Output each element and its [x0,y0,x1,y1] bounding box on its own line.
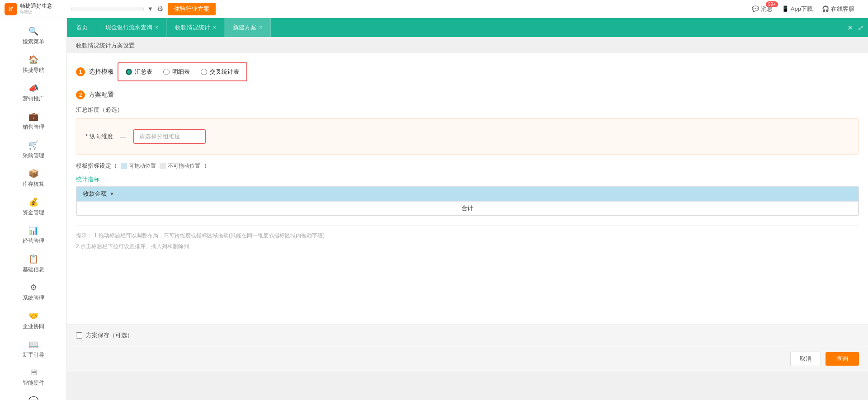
query-button[interactable]: 查询 [826,352,859,366]
tip-line-2: 2.点击标题栏下拉可设置排序、插入列和删除列 [76,241,859,252]
sidebar-item-wechat[interactable]: 💬 企业微信 [0,391,66,400]
tips-prefix: 提示： [76,230,92,241]
message-item[interactable]: 💬 消息 99+ [752,5,773,13]
sidebar-item-hardware[interactable]: 🖥 智能硬件 [0,363,66,391]
sales-icon: 💼 [28,112,38,122]
step2-header: 2 方案配置 [76,90,859,99]
tab-new-plan-close[interactable]: × [259,24,262,31]
sidebar-label-enterprise: 企业协同 [23,323,44,330]
tab-receipt-stats[interactable]: 收款情况统计 × [167,18,225,37]
metrics-header-label: 模板指标设定（ [76,162,117,170]
inventory-icon: 📦 [28,169,38,179]
save-checkbox[interactable] [76,332,82,339]
summary-dimension-label: 汇总维度（必选） [76,106,859,114]
legend-non-drag-color [160,163,166,169]
tab-receipt-stats-label: 收款情况统计 [175,24,210,32]
cancel-button[interactable]: 取消 [790,352,821,366]
metrics-group-label: 统计指标 [76,175,859,184]
metrics-header: 模板指标设定（ 可拖动位置 不可拖动位置 ） [76,162,859,170]
trial-button[interactable]: 体验行业方案 [168,3,216,15]
sidebar-label-guide: 新手引导 [23,351,44,359]
sidebar-label-hardware: 智能硬件 [23,379,44,387]
dimension-placeholder: 请选择分组维度 [139,133,180,140]
legend-draggable: 可拖动位置 [121,162,156,170]
main-layout: 🔍 搜索菜单 🏠 快捷导航 📣 营销推广 💼 销售管理 🛒 采购管理 📦 库存核… [0,18,868,400]
radio-summary-input[interactable] [126,69,132,75]
bottom-bar: 取消 查询 [67,346,868,372]
metrics-section: 模板指标设定（ 可拖动位置 不可拖动位置 ） [76,162,859,216]
wechat-icon: 💬 [28,396,38,400]
sidebar-item-sales[interactable]: 💼 销售管理 [0,107,66,136]
header-dropdown-icon[interactable]: ▼ [147,5,153,12]
sidebar-item-nav[interactable]: 🏠 快捷导航 [0,50,66,79]
finance-icon: 💰 [28,197,38,207]
legend-non-drag-label: 不可拖动位置 [168,162,200,170]
sidebar-label-search: 搜索菜单 [23,38,44,46]
sidebar: 🔍 搜索菜单 🏠 快捷导航 📣 营销推广 💼 销售管理 🛒 采购管理 📦 库存核… [0,18,67,400]
radio-detail[interactable]: 明细表 [163,68,190,76]
sidebar-item-management[interactable]: 📊 经营管理 [0,221,66,249]
tip2-text: 2.点击标题栏下拉可设置排序、插入列和删除列 [76,241,189,252]
template-options: 汇总表 明细表 交叉统计表 [118,62,247,81]
metric-dropdown-icon[interactable]: ▼ [109,191,114,197]
metrics-cell-total: 合计 [76,201,859,216]
sidebar-label-inventory: 库存核算 [23,180,44,188]
tips-section: 提示： 1.拖动标题栏可以调整布局，不可跨维度或指标区域拖动(只能在同一维度或指… [76,225,859,256]
sidebar-item-enterprise[interactable]: 🤝 企业协同 [0,306,66,335]
metric-sub: 合计 [462,205,473,212]
tab-close-window-icon[interactable]: ✕ [847,24,853,32]
header-right: 💬 消息 99+ 📱 App下载 🎧 在线客服 [752,5,863,13]
tab-maximize-icon[interactable]: ⤢ [858,24,863,32]
tab-new-plan-label: 新建方案 [233,24,256,32]
tip-line-1: 提示： 1.拖动标题栏可以调整布局，不可跨维度或指标区域拖动(只能在同一维度或指… [76,230,859,241]
sidebar-label-sales: 销售管理 [23,123,44,131]
page-title-bar: 收款情况统计方案设置 [67,37,868,53]
sidebar-item-guide[interactable]: 📖 新手引导 [0,335,66,363]
tab-cash-flow-label: 现金银行流水查询 [105,24,152,32]
service-item[interactable]: 🎧 在线客服 [822,5,854,13]
enterprise-icon: 🤝 [28,311,38,321]
metric-name: 收款金额 [83,190,107,198]
tab-receipt-stats-close[interactable]: × [213,24,216,31]
app-logo-icon: 好 [5,3,17,15]
radio-cross-input[interactable] [201,69,207,75]
tab-new-plan[interactable]: 新建方案 × [225,18,271,37]
service-icon: 🎧 [822,5,829,12]
sidebar-item-search[interactable]: 🔍 搜索菜单 [0,22,66,50]
radio-detail-input[interactable] [163,69,170,75]
sidebar-item-system[interactable]: ⚙ 系统管理 [0,278,66,306]
page-content: 收款情况统计方案设置 1 选择模板 汇总表 [67,37,868,400]
step2-number: 2 [76,90,85,99]
download-item[interactable]: 📱 App下载 [782,5,813,13]
step1-header: 1 选择模板 汇总表 明细表 [76,62,859,81]
sidebar-item-inventory[interactable]: 📦 库存核算 [0,164,66,193]
tip1-text: 1.拖动标题栏可以调整布局，不可跨维度或指标区域拖动(只能在同一维度或指标区域内… [94,230,325,241]
hardware-icon: 🖥 [29,368,38,377]
legend-draggable-label: 可拖动位置 [129,162,156,170]
header-search-box[interactable] [71,7,144,11]
sidebar-item-purchase[interactable]: 🛒 采购管理 [0,136,66,164]
app-name: 畅捷通好生意 [20,3,52,9]
vertical-dimension-label: * 纵向维度 [85,132,113,141]
radio-cross[interactable]: 交叉统计表 [201,68,239,76]
tab-home[interactable]: 首页 [67,18,97,37]
tab-home-label: 首页 [76,24,88,32]
header-search-area: ▼ ⚙ [71,5,163,13]
content-area: 首页 现金银行流水查询 × 收款情况统计 × 新建方案 × ✕ ⤢ [67,18,868,400]
sidebar-item-basic[interactable]: 📋 基础信息 [0,249,66,278]
step1-title: 选择模板 [89,68,114,76]
settings-icon[interactable]: ⚙ [157,5,163,13]
tab-cash-flow-close[interactable]: × [155,24,158,31]
sidebar-item-marketing[interactable]: 📣 营销推广 [0,79,66,107]
sidebar-item-finance[interactable]: 💰 资金管理 [0,193,66,221]
step2-title: 方案配置 [89,91,114,99]
dimension-select[interactable]: 请选择分组维度 [133,129,206,144]
purchase-icon: 🛒 [28,140,38,150]
metrics-cell-amount[interactable]: 收款金额 ▼ [76,187,859,201]
sidebar-label-purchase: 采购管理 [23,152,44,160]
home-icon: 🏠 [28,55,38,65]
sidebar-label-basic: 基础信息 [23,266,44,273]
radio-summary[interactable]: 汇总表 [126,68,152,76]
tab-cash-flow[interactable]: 现金银行流水查询 × [97,18,167,37]
message-icon: 💬 [752,5,759,12]
